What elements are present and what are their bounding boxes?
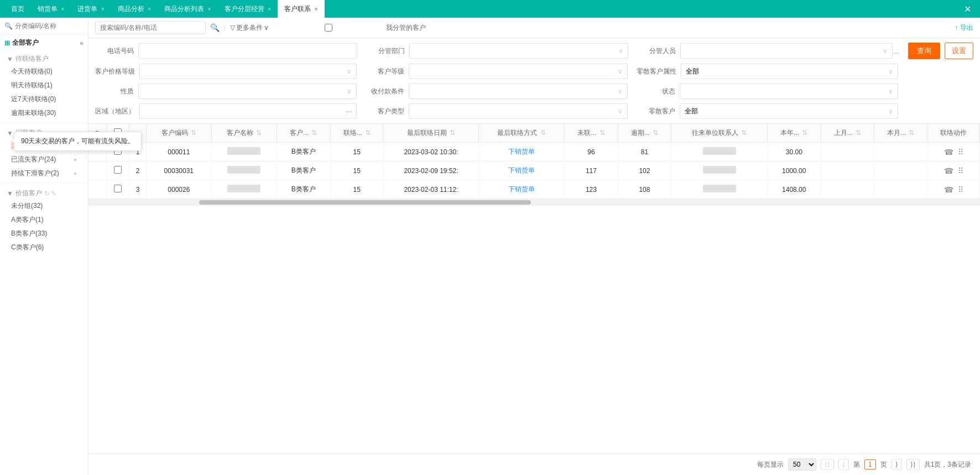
- last-method-link[interactable]: 下销货单: [508, 148, 535, 155]
- customer-level-select[interactable]: ∨: [409, 64, 627, 79]
- last-page-button[interactable]: ⟩⟩: [906, 459, 920, 470]
- chevron-down-icon-ctype: ∨: [618, 107, 623, 115]
- tab-product-list[interactable]: 商品分析列表 ×: [158, 0, 217, 18]
- column-code[interactable]: 客户编码 ⇅: [146, 124, 211, 143]
- sort-icon-code[interactable]: ⇅: [191, 129, 196, 137]
- close-tab-customer-tier[interactable]: ×: [268, 6, 271, 12]
- column-type[interactable]: 客户... ⇅: [277, 124, 331, 143]
- retail-attr-select[interactable]: 全部 ∨: [681, 64, 898, 79]
- tab-customer-tier[interactable]: 客户分层经营 ×: [218, 0, 278, 18]
- column-this-year[interactable]: 本年... ⇅: [768, 124, 821, 143]
- tab-home[interactable]: 首页: [4, 0, 31, 18]
- per-page-select[interactable]: 50 20 100: [788, 458, 816, 471]
- sidebar-item-class-b[interactable]: B类客户(33): [0, 227, 88, 241]
- row-cb[interactable]: [114, 185, 122, 192]
- sidebar-item-today-contact[interactable]: 今天待联络(0): [0, 65, 88, 79]
- search-button[interactable]: 🔍: [210, 23, 220, 32]
- column-contact[interactable]: 联络... ⇅: [330, 124, 384, 143]
- column-unit-contact[interactable]: 往来单位联系人 ⇅: [671, 124, 768, 143]
- search-input[interactable]: [95, 21, 206, 34]
- nature-select[interactable]: ∨: [138, 83, 357, 99]
- retail-customer-select[interactable]: 全部 ∨: [680, 103, 898, 119]
- last-method-link[interactable]: 下销货单: [508, 185, 535, 193]
- column-last-date[interactable]: 最后联络日期 ⇅: [384, 124, 479, 143]
- first-page-button[interactable]: ⟨⟨: [821, 459, 834, 470]
- more-action-icon[interactable]: ⠿: [958, 185, 963, 194]
- table-row: 3 000026 B类客户 15 2023-02-03 11:12: 下销货单 …: [88, 180, 980, 199]
- settings-button[interactable]: 设置: [945, 43, 973, 59]
- sidebar-item-overdue-contact[interactable]: 逾期未联络(30): [0, 106, 88, 120]
- more-conditions-button[interactable]: ▽ 更多条件 ∨: [230, 23, 269, 33]
- column-uncontacted[interactable]: 未联... ⇅: [565, 124, 618, 143]
- row-overdue: 102: [618, 161, 671, 180]
- sort-icon-type[interactable]: ⇅: [311, 129, 317, 137]
- more-action-icon[interactable]: ⠿: [958, 148, 963, 156]
- next-page-button[interactable]: ⟩: [892, 459, 902, 470]
- sort-icon-month[interactable]: ⇅: [909, 129, 914, 137]
- edit-icon[interactable]: ✎: [51, 190, 56, 197]
- tab-customer-contact[interactable]: 客户联系 ×: [278, 0, 324, 18]
- more-action-icon[interactable]: ⠿: [958, 166, 963, 175]
- column-last-method[interactable]: 最后联络方式 ⇅: [478, 124, 564, 143]
- last-method-link[interactable]: 下销货单: [508, 166, 535, 174]
- sort-icon-uncontacted[interactable]: ⇅: [600, 129, 605, 137]
- tab-sales[interactable]: 销货单 ×: [31, 0, 71, 18]
- column-overdue[interactable]: 逾期... ⇅: [618, 124, 671, 143]
- close-tab-purchase[interactable]: ×: [101, 6, 104, 12]
- row-cb[interactable]: [114, 166, 122, 174]
- sort-icon-overdue[interactable]: ⇅: [653, 129, 658, 137]
- sort-icon-method[interactable]: ⇅: [540, 129, 546, 137]
- sidebar-item-7day-contact[interactable]: 近7天待联络(0): [0, 92, 88, 106]
- sidebar-item-ungroup[interactable]: 未分组(32): [0, 199, 88, 213]
- row-unit-contact: [671, 143, 768, 161]
- column-name[interactable]: 客户名称 ⇅: [211, 124, 277, 143]
- status-select[interactable]: ∨: [680, 83, 898, 99]
- close-tab-product-list[interactable]: ×: [207, 6, 211, 12]
- row-checkbox[interactable]: [106, 180, 129, 199]
- sort-icon-unit[interactable]: ⇅: [741, 129, 747, 137]
- contact-icon[interactable]: ☎: [944, 185, 953, 194]
- tab-purchase[interactable]: 进货单 ×: [71, 0, 111, 18]
- region-ellipsis[interactable]: ···: [346, 107, 352, 116]
- scrollbar-thumb[interactable]: [199, 200, 531, 205]
- sidebar-item-class-a[interactable]: A类客户(1): [0, 213, 88, 227]
- my-customers-checkbox[interactable]: 我分管的客户: [273, 23, 426, 33]
- column-this-month[interactable]: 本月... ⇅: [874, 124, 928, 143]
- row-last-date: 2023-03-02 10:30:: [384, 143, 479, 161]
- sidebar-item-churned[interactable]: 已流失客户(24) ●: [0, 153, 88, 166]
- row-checkbox[interactable]: [106, 161, 129, 180]
- query-button[interactable]: 查询: [908, 43, 940, 59]
- region-select[interactable]: ···: [139, 103, 357, 119]
- close-tab-sales[interactable]: ×: [61, 6, 64, 12]
- column-last-month[interactable]: 上月... ⇅: [821, 124, 874, 143]
- close-tab-customer-contact[interactable]: ×: [314, 6, 317, 12]
- sidebar-search-input[interactable]: [15, 22, 84, 30]
- horizontal-scrollbar[interactable]: [88, 199, 980, 206]
- collapse-icon[interactable]: «: [80, 39, 84, 47]
- sort-icon-date[interactable]: ⇅: [450, 129, 455, 137]
- refresh-icon[interactable]: ↻: [44, 190, 50, 197]
- sort-icon-contact[interactable]: ⇅: [365, 129, 371, 137]
- export-button[interactable]: ↑ 导出: [955, 23, 973, 33]
- dept-select[interactable]: ∨: [409, 43, 628, 59]
- sort-icon-lmonth[interactable]: ⇅: [856, 129, 861, 137]
- prev-page-button[interactable]: ⟨: [838, 459, 849, 470]
- payment-select[interactable]: ∨: [409, 83, 627, 99]
- sidebar-item-declining[interactable]: 持续下滑客户(2) ●: [0, 166, 88, 180]
- manager-select[interactable]: ∨: [680, 43, 893, 59]
- contact-icon[interactable]: ☎: [944, 148, 953, 156]
- sidebar-item-class-c[interactable]: C类客户(6): [0, 241, 88, 254]
- price-level-select[interactable]: ∨: [139, 64, 357, 79]
- contact-icon[interactable]: ☎: [944, 166, 953, 175]
- my-customers-cb[interactable]: [273, 24, 384, 32]
- manager-ellipsis[interactable]: ...: [893, 46, 899, 55]
- phone-input[interactable]: [138, 43, 357, 59]
- window-close-button[interactable]: ✕: [960, 4, 976, 14]
- close-tab-product-analysis[interactable]: ×: [148, 6, 151, 12]
- sort-icon-name[interactable]: ⇅: [256, 129, 262, 137]
- customer-type-select[interactable]: ∨: [409, 103, 627, 119]
- sort-icon-year[interactable]: ⇅: [802, 129, 807, 137]
- sidebar-item-tomorrow-contact[interactable]: 明天待联络(1): [0, 79, 88, 92]
- sidebar-all-customers[interactable]: ⊞ 全部客户 «: [0, 35, 88, 51]
- tab-product-analysis[interactable]: 商品分析 ×: [111, 0, 158, 18]
